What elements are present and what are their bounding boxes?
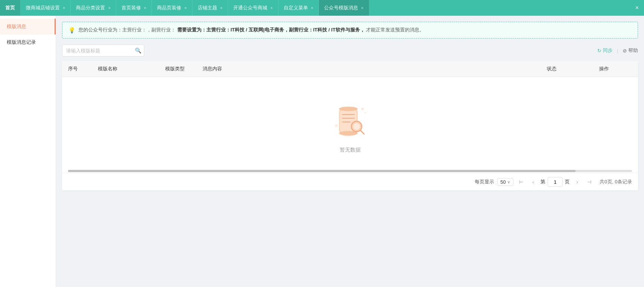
- table-header-row: 序号 模版名称 模版类型 消息内容 状态: [62, 61, 638, 77]
- alert-bulb-icon: 💡: [68, 27, 76, 34]
- svg-point-11: [361, 108, 364, 110]
- nav-tab-home-decoration[interactable]: 首页装修 ×: [116, 0, 152, 16]
- empty-state-illustration: [330, 100, 371, 141]
- horizontal-scrollbar[interactable]: [62, 168, 638, 173]
- sync-icon: ↻: [597, 48, 601, 54]
- sidebar-item-template-msg[interactable]: 模版消息: [0, 19, 56, 34]
- sidebar-item-template-msg-records[interactable]: 模版消息记录: [0, 34, 56, 50]
- scrollbar-track: [68, 170, 632, 172]
- close-product-decoration[interactable]: ×: [184, 6, 187, 10]
- close-open-mall[interactable]: ×: [270, 6, 272, 10]
- template-msg-label: 公众号模版消息: [324, 4, 358, 11]
- alert-text: 您的公众号行业为：主营行业：，副营行业： 需要设置为：主营行业：IT科技 / 互…: [78, 27, 424, 33]
- nav-tab-shop-settings[interactable]: 微商城店铺设置 ×: [21, 0, 71, 16]
- nav-tab-product-category[interactable]: 商品分类设置 ×: [71, 0, 116, 16]
- empty-state: 暂无数据: [62, 77, 638, 168]
- alert-suffix: 才能正常发送预置的消息。: [366, 27, 424, 33]
- page-size-label: 每页显示: [475, 178, 494, 185]
- alert-prefix: 您的公众号行业为：主营行业：，副营行业：: [78, 27, 176, 33]
- help-button[interactable]: ⊘ 帮助: [623, 47, 638, 54]
- product-decoration-label: 商品页装修: [157, 4, 181, 11]
- nav-tab-home[interactable]: 首页: [0, 0, 21, 16]
- col-header-action: 操作: [593, 61, 638, 77]
- pagination: 每页显示 50 ∨ ⊢ ‹ 第 页 › ⊣ 共0页, 0条记录: [62, 173, 638, 190]
- close-all-tabs-button[interactable]: ×: [630, 0, 644, 16]
- page-size-value: 50: [500, 179, 506, 185]
- sidebar-template-msg-label: 模版消息: [7, 24, 26, 29]
- first-page-button[interactable]: ⊢: [517, 177, 526, 186]
- nav-tab-custom-menu[interactable]: 自定义菜单 ×: [278, 0, 319, 16]
- sidebar: 模版消息 模版消息记录: [0, 16, 56, 287]
- search-bar: 🔍 ↻ 同步 | ⊘ 帮助: [62, 45, 638, 57]
- nav-tab-open-mall[interactable]: 开通公众号商城 ×: [228, 0, 278, 16]
- empty-row: 暂无数据: [62, 77, 638, 169]
- last-page-button[interactable]: ⊣: [585, 177, 594, 186]
- close-home-decoration[interactable]: ×: [144, 6, 146, 10]
- nav-tab-product-decoration[interactable]: 商品页装修 ×: [152, 0, 192, 16]
- sidebar-template-msg-records-label: 模版消息记录: [7, 39, 36, 45]
- shop-settings-label: 微商城店铺设置: [26, 4, 60, 11]
- custom-menu-label: 自定义菜单: [284, 4, 308, 11]
- help-icon: ⊘: [623, 48, 627, 54]
- svg-point-12: [364, 112, 366, 113]
- content-area: 💡 您的公众号行业为：主营行业：，副营行业： 需要设置为：主营行业：IT科技 /…: [56, 16, 644, 287]
- svg-line-10: [360, 130, 364, 134]
- home-tab-label: 首页: [5, 4, 15, 11]
- page-label-post: 页: [565, 178, 570, 185]
- product-category-label: 商品分类设置: [76, 4, 105, 11]
- alert-highlight: 需要设置为：主营行业：IT科技 / 互联网|电子商务，副营行业：IT科技 / I…: [177, 27, 365, 33]
- close-product-category[interactable]: ×: [108, 6, 110, 10]
- sync-label: 同步: [603, 47, 613, 54]
- svg-point-9: [353, 123, 360, 130]
- current-page-input[interactable]: [548, 177, 563, 187]
- store-theme-label: 店铺主题: [198, 4, 217, 11]
- open-mall-label: 开通公众号商城: [233, 4, 267, 11]
- svg-point-6: [339, 107, 358, 111]
- prev-page-button[interactable]: ‹: [529, 177, 537, 186]
- scrollbar-thumb[interactable]: [68, 170, 576, 172]
- help-label: 帮助: [628, 47, 638, 54]
- search-input-wrap: 🔍: [62, 45, 144, 57]
- industry-alert-banner: 💡 您的公众号行业为：主营行业：，副营行业： 需要设置为：主营行业：IT科技 /…: [62, 22, 638, 39]
- page-input-wrap: 第 页: [540, 177, 570, 187]
- nav-tab-store-theme[interactable]: 店铺主题 ×: [192, 0, 228, 16]
- top-navigation: 首页 微商城店铺设置 × 商品分类设置 × 首页装修 × 商品页装修 × 店铺主…: [0, 0, 644, 16]
- close-store-theme[interactable]: ×: [220, 6, 222, 10]
- sync-button[interactable]: ↻ 同步: [597, 47, 613, 54]
- col-header-name: 模版名称: [92, 61, 159, 77]
- toolbar-right: ↻ 同步 | ⊘ 帮助: [597, 47, 638, 54]
- main-layout: 模版消息 模版消息记录 💡 您的公众号行业为：主营行业：，副营行业： 需要设置为…: [0, 16, 644, 287]
- col-header-seq: 序号: [62, 61, 92, 77]
- page-size-select[interactable]: 50 ∨: [497, 178, 514, 186]
- page-label-pre: 第: [540, 178, 545, 185]
- close-template-msg[interactable]: ×: [361, 6, 363, 10]
- chevron-down-icon: ∨: [507, 180, 510, 184]
- home-decoration-label: 首页装修: [121, 4, 141, 11]
- col-header-type: 模版类型: [159, 61, 197, 77]
- toolbar-divider: |: [617, 48, 618, 54]
- svg-point-13: [335, 124, 338, 127]
- close-custom-menu[interactable]: ×: [311, 6, 313, 10]
- close-shop-settings[interactable]: ×: [63, 6, 65, 10]
- search-input[interactable]: [62, 45, 144, 57]
- nav-tab-template-msg[interactable]: 公众号模版消息 ×: [319, 0, 369, 16]
- col-header-status: 状态: [541, 61, 593, 77]
- data-table: 序号 模版名称 模版类型 消息内容 状态: [62, 61, 638, 168]
- total-info: 共0页, 0条记录: [600, 178, 632, 185]
- next-page-button[interactable]: ›: [573, 177, 582, 186]
- search-icon[interactable]: 🔍: [135, 48, 141, 54]
- col-header-content: 消息内容: [197, 61, 541, 77]
- empty-text: 暂无数据: [340, 147, 361, 153]
